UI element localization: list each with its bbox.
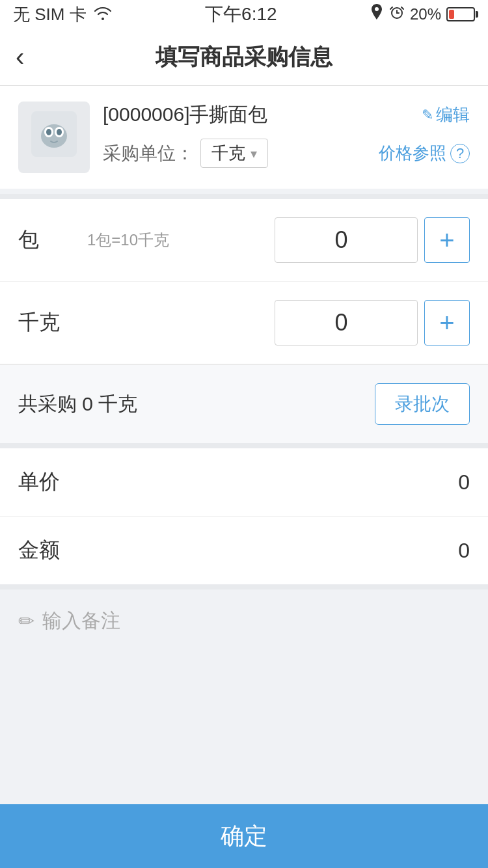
svg-point-7 — [46, 129, 51, 135]
edit-icon: ✎ — [422, 107, 433, 124]
unit-price-row: 单价 0 — [0, 448, 488, 517]
svg-point-8 — [57, 129, 62, 135]
svg-point-4 — [41, 124, 67, 148]
kg-input-wrap: + — [83, 300, 470, 346]
battery-icon — [446, 7, 475, 21]
summary-text: 共采购 0 千克 — [18, 391, 137, 418]
price-section: 单价 0 金额 0 — [0, 448, 488, 590]
pack-plus-button[interactable]: + — [424, 217, 470, 263]
notes-section[interactable]: ✏ 输入备注 — [0, 590, 488, 653]
batch-button[interactable]: 录批次 — [375, 383, 470, 425]
edit-button[interactable]: ✎ 编辑 — [422, 103, 470, 126]
status-bar: 无 SIM 卡 下午6:12 20% — [0, 0, 488, 29]
notes-icon: ✏ — [18, 610, 34, 632]
kg-row: 千克 + — [0, 282, 488, 364]
notes-placeholder: 输入备注 — [42, 608, 120, 634]
product-info: [0000006]手撕面包 ✎ 编辑 采购单位： 千克 ▾ 价格参照 ? — [103, 102, 470, 168]
carrier-text: 无 SIM 卡 — [13, 3, 87, 26]
unit-label: 采购单位： — [103, 141, 194, 166]
unit-selector[interactable]: 采购单位： 千克 ▾ — [103, 139, 268, 168]
pack-row: 包 1包=10千克 + — [0, 199, 488, 282]
status-left: 无 SIM 卡 — [13, 3, 113, 26]
wifi-icon — [93, 5, 113, 25]
kg-label: 千克 — [18, 308, 83, 337]
pack-label: 包 — [18, 226, 83, 254]
alarm-icon — [389, 5, 405, 24]
product-unit-row: 采购单位： 千克 ▾ 价格参照 ? — [103, 139, 470, 168]
nav-bar: ‹ 填写商品采购信息 — [0, 29, 488, 86]
product-card: [0000006]手撕面包 ✎ 编辑 采购单位： 千克 ▾ 价格参照 ? — [0, 86, 488, 194]
amount-row: 金额 0 — [0, 517, 488, 584]
product-thumbnail — [18, 102, 90, 173]
unit-price-label: 单价 — [18, 468, 60, 496]
product-thumb-icon — [31, 111, 77, 164]
dropdown-arrow: ▾ — [251, 146, 257, 161]
confirm-button[interactable]: 确定 — [0, 804, 488, 868]
location-icon — [370, 4, 384, 25]
kg-plus-button[interactable]: + — [424, 300, 470, 346]
product-name: [0000006]手撕面包 — [103, 102, 267, 128]
status-right: 20% — [370, 4, 475, 25]
unit-price-value: 0 — [458, 470, 470, 495]
separator-1 — [0, 194, 488, 199]
summary-row: 共采购 0 千克 录批次 — [0, 365, 488, 448]
info-icon: ? — [450, 144, 470, 163]
price-ref-button[interactable]: 价格参照 ? — [379, 142, 470, 165]
page-title: 填写商品采购信息 — [156, 42, 332, 72]
pack-input[interactable] — [275, 217, 418, 263]
quantity-section: 包 1包=10千克 + 千克 + — [0, 199, 488, 365]
battery-pct: 20% — [410, 5, 441, 23]
unit-dropdown[interactable]: 千克 ▾ — [200, 139, 268, 168]
pack-sublabel: 1包=10千克 — [87, 230, 169, 251]
kg-input[interactable] — [275, 300, 418, 346]
time-text: 下午6:12 — [205, 2, 277, 27]
pack-input-wrap: + — [169, 217, 470, 263]
amount-label: 金额 — [18, 536, 60, 565]
back-button[interactable]: ‹ — [16, 42, 24, 72]
amount-value: 0 — [458, 539, 470, 563]
product-header: [0000006]手撕面包 ✎ 编辑 — [103, 102, 470, 128]
